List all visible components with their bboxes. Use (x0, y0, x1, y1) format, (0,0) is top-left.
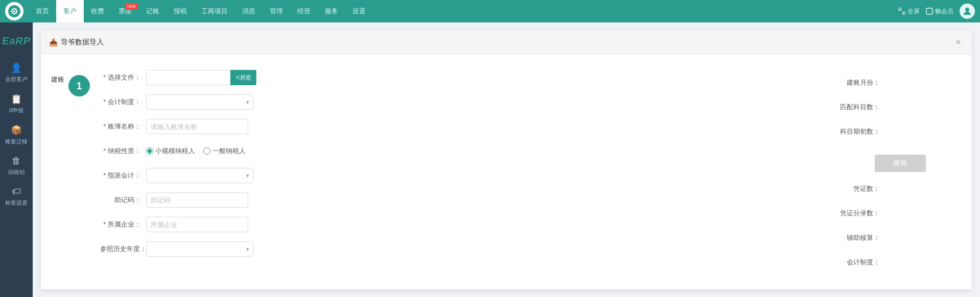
ledger-name-input[interactable] (146, 119, 248, 134)
migration-icon: 📦 (11, 125, 22, 136)
file-input[interactable] (146, 70, 230, 85)
nav-item-management[interactable]: 管理 (262, 0, 290, 22)
file-label: * 选择文件： (100, 73, 141, 82)
accountant-select-wrapper (146, 168, 253, 183)
nav-right-area: 全屏 畅会员 (898, 4, 975, 19)
step-indicator: 建账 1 (51, 70, 90, 279)
company-input[interactable] (146, 217, 248, 232)
label-settings-icon: 🏷 (12, 186, 21, 197)
ledger-name-label: * 账簿名称： (100, 122, 141, 131)
tax-type-label: * 纳税性质： (100, 146, 141, 156)
right-accounting-system-value (884, 255, 962, 270)
svg-rect-1 (898, 8, 901, 10)
form-fields: * 选择文件： +浏览 * 会计制度： (100, 70, 829, 279)
sidebar-item-all-customers[interactable]: 👤 全部客户 (0, 57, 33, 88)
accounting-system-label: * 会计制度： (100, 97, 141, 107)
history-year-select-wrapper (146, 241, 253, 257)
top-navigation: 首页 客户 收费 票据 new 记账 报税 工商项目 消息 管理 经营 服务 设… (0, 0, 980, 22)
aux-accounting-row: 辅助核算： (839, 230, 962, 245)
fullscreen-button[interactable]: 全屏 (898, 7, 920, 16)
initial-subjects-label: 科目期初数： (839, 127, 880, 136)
nav-item-home[interactable]: 首页 (29, 0, 56, 22)
nav-item-bookkeeping[interactable]: 记账 (139, 0, 166, 22)
svg-rect-3 (926, 8, 933, 14)
nav-item-settings[interactable]: 设置 (345, 0, 373, 22)
aux-accounting-label: 辅助核算： (839, 233, 880, 242)
sidebar-item-declaration[interactable]: 📋 0申报 (0, 88, 33, 119)
all-customers-icon: 👤 (11, 62, 22, 73)
nav-item-messages[interactable]: 消息 (235, 0, 262, 22)
history-year-row: 参照历史年度： (100, 241, 829, 257)
right-accounting-system-label: 会计制度： (839, 258, 880, 267)
accounting-system-select-wrapper (146, 94, 253, 110)
browse-button[interactable]: +浏览 (230, 70, 256, 85)
history-year-select[interactable] (146, 241, 253, 257)
nav-item-fees[interactable]: 收费 (84, 0, 111, 22)
voucher-count-value (884, 181, 962, 196)
right-info-panel: 建账月份： 匹配科目数： 科目期初数： 建账 凭证数： (829, 70, 962, 279)
memo-code-label: 助记码： (100, 195, 141, 205)
sidebar: EaRP 👤 全部客户 📋 0申报 📦 账套迁移 🗑 回收站 🏷 标签设置 (0, 22, 33, 297)
svg-point-4 (965, 8, 969, 12)
company-row: * 所属企业： (100, 217, 829, 232)
build-account-button[interactable]: 建账 (875, 155, 926, 172)
nav-item-services[interactable]: 服务 (318, 0, 345, 22)
accountant-row: * 指派会计： (100, 168, 829, 183)
new-badge: new (125, 3, 138, 10)
member-button[interactable]: 畅会员 (926, 7, 953, 16)
accountant-select[interactable] (146, 168, 253, 183)
history-year-label: 参照历史年度： (100, 244, 141, 254)
form-area: 建账 1 * 选择文件： +浏览 * 会计制度： (41, 55, 972, 289)
match-subjects-label: 匹配科目数： (839, 103, 880, 112)
main-content: 📥 导爷数据导入 × 建账 1 * 选择文件： +浏览 (33, 22, 980, 297)
tax-general-option[interactable]: 一般纳税人 (203, 146, 246, 156)
voucher-count-label: 凭证数： (839, 184, 880, 193)
accountant-label: * 指派会计： (100, 171, 141, 180)
close-button[interactable]: × (953, 37, 964, 48)
aux-accounting-value (884, 230, 962, 245)
nav-item-customers[interactable]: 客户 (56, 0, 84, 22)
logo[interactable] (5, 2, 23, 20)
sidebar-item-recycle-bin[interactable]: 🗑 回收站 (0, 151, 33, 181)
build-month-row: 建账月份： (839, 75, 962, 90)
ledger-name-row: * 账簿名称： (100, 119, 829, 134)
voucher-entry-row: 凭证分录数： (839, 206, 962, 221)
voucher-count-row: 凭证数： (839, 181, 962, 196)
nav-item-tax[interactable]: 报税 (166, 0, 194, 22)
recycle-bin-icon: 🗑 (12, 156, 21, 166)
memo-code-input[interactable] (146, 192, 248, 208)
company-label: * 所属企业： (100, 220, 141, 229)
initial-subjects-row: 科目期初数： (839, 124, 962, 139)
tax-small-scale-radio[interactable] (146, 147, 153, 155)
tax-small-scale-option[interactable]: 小规模纳税人 (146, 146, 195, 156)
initial-subjects-value (884, 124, 962, 139)
dialog-title: 📥 导爷数据导入 (49, 38, 104, 47)
tax-type-row: * 纳税性质： 小规模纳税人 一般纳税人 (100, 143, 829, 159)
dialog-header: 📥 导爷数据导入 × (41, 31, 972, 55)
build-month-value (884, 75, 962, 90)
step-circle: 1 (68, 75, 90, 96)
sidebar-item-account-migration[interactable]: 📦 账套迁移 (0, 119, 33, 151)
tax-general-radio[interactable] (203, 147, 210, 155)
file-input-group: +浏览 (146, 70, 256, 85)
file-row: * 选择文件： +浏览 (100, 70, 829, 85)
tax-type-radio-group: 小规模纳税人 一般纳税人 (146, 143, 246, 159)
import-icon: 📥 (49, 38, 58, 46)
nav-item-bills[interactable]: 票据 new (111, 0, 139, 22)
nav-item-business[interactable]: 工商项目 (194, 0, 235, 22)
match-subjects-value (884, 100, 962, 115)
svg-point-0 (13, 10, 15, 12)
build-btn-area: 建账 (839, 155, 962, 172)
voucher-entry-label: 凭证分录数： (839, 209, 880, 218)
build-month-label: 建账月份： (839, 78, 880, 87)
sidebar-item-label-settings[interactable]: 🏷 标签设置 (0, 181, 33, 212)
nav-item-operations[interactable]: 经营 (290, 0, 318, 22)
memo-code-row: 助记码： (100, 192, 829, 208)
svg-rect-2 (903, 12, 905, 15)
voucher-entry-value (884, 206, 962, 221)
match-subjects-row: 匹配科目数： (839, 100, 962, 115)
accounting-system-select[interactable] (146, 94, 253, 110)
sidebar-logo: EaRP (2, 27, 31, 55)
user-avatar[interactable] (960, 4, 975, 19)
right-accounting-system-row: 会计制度： (839, 255, 962, 270)
